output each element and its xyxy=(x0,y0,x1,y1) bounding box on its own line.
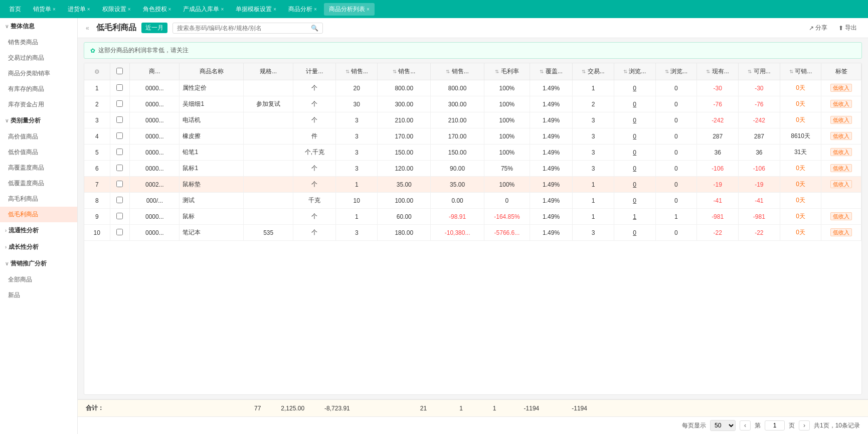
nav-item-purchase[interactable]: 进货单 × xyxy=(63,3,95,16)
row-view1[interactable]: 0 xyxy=(614,112,655,128)
row-checkbox[interactable] xyxy=(116,132,123,139)
nav-close-perm[interactable]: × xyxy=(128,7,131,12)
row-checkbox[interactable] xyxy=(116,149,123,155)
nav-item-analysis-list[interactable]: 商品分析列表 × xyxy=(324,3,375,16)
row-checkbox[interactable] xyxy=(116,116,123,123)
sidebar-item-high-profit[interactable]: 高毛利商品 xyxy=(0,191,77,207)
row-checkbox-cell[interactable] xyxy=(110,144,130,161)
sidebar-group-circulation[interactable]: › 流通性分析 xyxy=(0,222,77,239)
row-checkbox[interactable] xyxy=(116,165,123,171)
export-button[interactable]: ⬆ 导出 xyxy=(835,22,860,34)
row-view1[interactable]: 0 xyxy=(614,225,655,241)
row-spec xyxy=(244,161,293,177)
nav-item-analysis[interactable]: 商品分析 × xyxy=(283,3,322,16)
row-num: 1 xyxy=(84,80,110,96)
row-name: 测试 xyxy=(180,193,244,209)
sidebar-item-all-goods[interactable]: 全部商品 xyxy=(0,272,77,287)
nav-close-analysis-list[interactable]: × xyxy=(367,7,370,12)
nav-close-product[interactable]: × xyxy=(221,7,224,12)
per-page-label: 每页显示 xyxy=(682,421,706,430)
row-sale-price: 120.00 xyxy=(378,161,431,177)
row-checkbox-cell[interactable] xyxy=(110,225,130,241)
notice-bar: ✿ 这部分商品的利润非常低，请关注 xyxy=(84,42,862,59)
sidebar-item-low-coverage[interactable]: 低覆盖度商品 xyxy=(0,176,77,191)
footer-trade: 21 xyxy=(420,405,427,412)
row-checkbox-cell[interactable] xyxy=(110,177,130,193)
row-checkbox[interactable] xyxy=(116,213,123,219)
nav-close-template[interactable]: × xyxy=(273,7,276,12)
select-all-checkbox[interactable] xyxy=(116,68,123,74)
sidebar-item-high-coverage[interactable]: 高覆盖度商品 xyxy=(0,160,77,176)
per-page-select[interactable]: 50 100 200 xyxy=(710,420,736,431)
sidebar-item-new-goods[interactable]: 新品 xyxy=(0,287,77,303)
sidebar-item-traded-goods[interactable]: 交易过的商品 xyxy=(0,50,77,66)
table-container: ⚙ 商... 商品名称 规格... 计量... ⇅ 销售... xyxy=(84,63,862,395)
sidebar-collapse-btn[interactable]: « xyxy=(86,25,89,32)
row-checkbox[interactable] xyxy=(116,84,123,91)
next-page-btn[interactable]: › xyxy=(799,420,810,430)
nav-item-template[interactable]: 单据模板设置 × xyxy=(231,3,281,16)
row-saleable: 0天 xyxy=(780,193,821,209)
time-tag-button[interactable]: 近一月 xyxy=(141,23,167,33)
search-icon[interactable]: 🔍 xyxy=(311,25,318,32)
row-num: 4 xyxy=(84,128,110,144)
th-view1: ⇅ 浏览... xyxy=(614,63,655,80)
row-view1[interactable]: 0 xyxy=(614,144,655,161)
nav-item-product[interactable]: 产成品入库单 × xyxy=(178,3,229,16)
sidebar-group-overall[interactable]: ∨ 整体信息 xyxy=(0,18,77,35)
row-usable: 36 xyxy=(739,144,780,161)
prev-page-btn[interactable]: ‹ xyxy=(740,420,751,430)
sidebar-item-stock-capital[interactable]: 库存资金占用 xyxy=(0,97,77,112)
row-checkbox-cell[interactable] xyxy=(110,96,130,112)
row-checkbox-cell[interactable] xyxy=(110,209,130,225)
row-checkbox[interactable] xyxy=(116,229,123,235)
row-view1[interactable]: 1 xyxy=(614,209,655,225)
nav-item-perm[interactable]: 权限设置 × xyxy=(97,3,136,16)
row-view1[interactable]: 0 xyxy=(614,128,655,144)
search-input[interactable] xyxy=(177,25,311,32)
row-view1[interactable]: 0 xyxy=(614,96,655,112)
sidebar-item-low-profit[interactable]: 低毛利商品 xyxy=(0,207,77,222)
nav-close-sales[interactable]: × xyxy=(53,7,56,12)
row-trade: 3 xyxy=(573,161,614,177)
row-sale-price: 170.00 xyxy=(378,128,431,144)
row-checkbox[interactable] xyxy=(116,197,123,203)
page-input[interactable] xyxy=(765,420,785,430)
row-checkbox-cell[interactable] xyxy=(110,128,130,144)
notice-icon: ✿ xyxy=(90,47,95,54)
nav-item-home[interactable]: 首页 xyxy=(4,3,26,16)
row-coverage: 1.49% xyxy=(530,144,573,161)
share-button[interactable]: ↗ 分享 xyxy=(806,22,830,34)
sidebar-item-high-value[interactable]: 高价值商品 xyxy=(0,129,77,144)
row-sale-amount: 300.00 xyxy=(431,96,484,112)
row-view2: 0 xyxy=(655,193,697,209)
row-view1[interactable]: 0 xyxy=(614,80,655,96)
row-usable: -106 xyxy=(739,161,780,177)
row-view1[interactable]: 0 xyxy=(614,193,655,209)
settings-icon[interactable]: ⚙ xyxy=(94,68,100,75)
row-checkbox-cell[interactable] xyxy=(110,80,130,96)
sidebar-group-marketing[interactable]: ∨ 营销推广分析 xyxy=(0,255,77,272)
nav-item-sales[interactable]: 销货单 × xyxy=(28,3,61,16)
nav-close-analysis[interactable]: × xyxy=(314,7,317,12)
row-checkbox-cell[interactable] xyxy=(110,193,130,209)
row-gross-rate: 100% xyxy=(484,177,530,193)
sidebar-item-stock-goods[interactable]: 有库存的商品 xyxy=(0,81,77,97)
row-gross-rate: -164.85% xyxy=(484,209,530,225)
sidebar-group-category[interactable]: ∨ 类别量分析 xyxy=(0,112,77,129)
nav-close-purchase[interactable]: × xyxy=(87,7,90,12)
sidebar-group-growth[interactable]: › 成长性分析 xyxy=(0,239,77,255)
sidebar-item-category-rate[interactable]: 商品分类助销率 xyxy=(0,66,77,81)
row-checkbox[interactable] xyxy=(116,100,123,107)
nav-item-role[interactable]: 角色授权 × xyxy=(138,3,177,16)
row-code: 0002... xyxy=(130,177,180,193)
row-checkbox[interactable] xyxy=(116,181,123,187)
row-view1[interactable]: 0 xyxy=(614,177,655,193)
row-checkbox-cell[interactable] xyxy=(110,161,130,177)
th-settings[interactable]: ⚙ xyxy=(84,63,110,80)
sidebar-item-low-value[interactable]: 低价值商品 xyxy=(0,144,77,160)
row-view1[interactable]: 0 xyxy=(614,161,655,177)
nav-close-role[interactable]: × xyxy=(168,7,171,12)
sidebar-item-sales-goods[interactable]: 销售类商品 xyxy=(0,35,77,50)
row-checkbox-cell[interactable] xyxy=(110,112,130,128)
